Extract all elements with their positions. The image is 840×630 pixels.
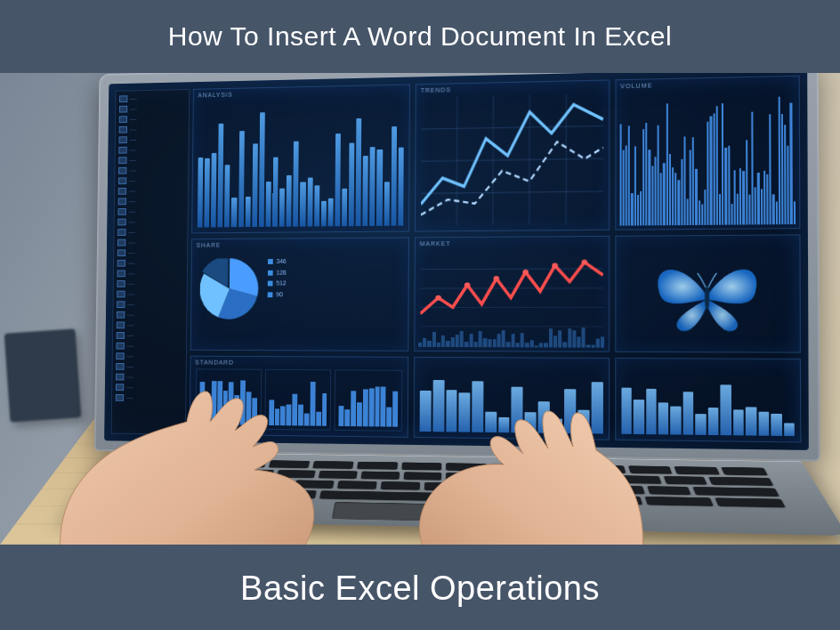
side-panel-row: ····· (119, 93, 185, 103)
side-panel-row: ····· (118, 155, 185, 165)
side-panel-row: ····· (117, 259, 184, 268)
svg-point-18 (705, 287, 709, 311)
side-panel-row: ····· (119, 114, 185, 124)
side-panel-row: ····· (118, 134, 184, 144)
side-panel-row: ····· (118, 197, 185, 206)
panel-bar-chart: ANALYSIS (191, 84, 410, 233)
line-chart-icon (421, 93, 603, 226)
side-panel-row: ····· (117, 238, 184, 246)
side-panel-row: ····· (118, 176, 185, 186)
side-panel-row: ····· (119, 125, 185, 134)
side-panel-row: ····· (117, 279, 183, 288)
panel-title: VOLUME (620, 82, 652, 89)
svg-line-8 (421, 269, 603, 270)
side-panel-row: ····· (117, 228, 184, 237)
svg-line-4 (493, 95, 494, 225)
svg-point-15 (522, 270, 529, 275)
side-panel-row: ····· (117, 248, 184, 257)
panel-line-chart: TRENDS (415, 79, 610, 231)
hand-right (338, 322, 658, 545)
side-panel-row: ····· (118, 186, 185, 196)
footer-title: Basic Excel Operations (240, 569, 600, 607)
panel-title: SHARE (197, 242, 222, 248)
svg-point-13 (464, 283, 471, 288)
hand-left (36, 322, 374, 545)
side-panel-row: ····· (118, 145, 185, 155)
side-panel-row: ····· (117, 269, 184, 278)
footer-banner: Basic Excel Operations (0, 545, 840, 630)
side-panel-row: ····· (117, 311, 183, 319)
pie-chart-icon (199, 258, 259, 319)
panel-volume-bars: VOLUME (615, 76, 800, 230)
svg-line-0 (421, 125, 602, 129)
svg-line-2 (421, 191, 603, 193)
svg-line-1 (421, 158, 603, 161)
svg-point-16 (552, 263, 558, 269)
hero-illustration: ········································… (0, 73, 840, 545)
side-panel-row: ····· (117, 217, 184, 226)
side-panel-row: ····· (118, 166, 185, 175)
pie-stat: 346 (268, 255, 403, 267)
header-banner: How To Insert A Word Document In Excel (0, 0, 840, 73)
pie-stat: 512 (268, 279, 403, 290)
side-panel-row: ····· (117, 290, 183, 299)
panel-title: MARKET (420, 240, 451, 246)
side-panel-row: ····· (117, 206, 184, 215)
panel-title: ANALYSIS (198, 92, 232, 99)
pie-stat: 90 (268, 289, 403, 301)
svg-point-12 (435, 295, 441, 301)
svg-point-14 (494, 276, 500, 281)
header-title: How To Insert A Word Document In Excel (168, 21, 672, 51)
svg-point-17 (582, 260, 588, 265)
panel-title: TRENDS (421, 86, 451, 93)
side-panel-row: ····· (119, 103, 185, 113)
side-panel-row: ····· (117, 300, 183, 309)
pie-stat: 128 (268, 267, 403, 279)
svg-line-3 (456, 96, 457, 225)
